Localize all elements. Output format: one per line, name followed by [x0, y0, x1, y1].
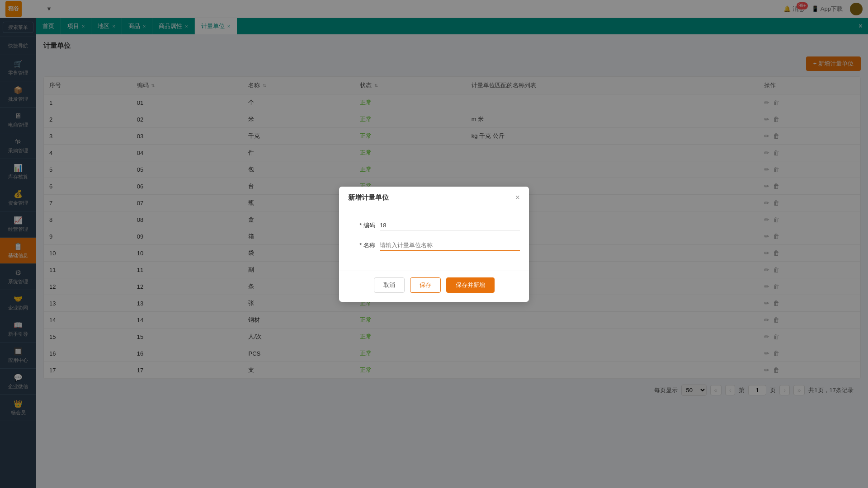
name-field-row: * 名称	[348, 240, 520, 251]
name-input[interactable]	[380, 240, 520, 251]
modal-header: 新增计量单位 ×	[339, 187, 529, 209]
modal-body: * 编码 * 名称	[339, 209, 529, 271]
modal-title: 新增计量单位	[348, 193, 389, 202]
add-unit-modal: 新增计量单位 × * 编码 * 名称 取消 保存 保存并新增	[339, 187, 529, 302]
modal-overlay[interactable]: 新增计量单位 × * 编码 * 名称 取消 保存 保存并新增	[0, 0, 868, 488]
code-label: * 编码	[348, 221, 375, 230]
code-input[interactable]	[380, 220, 520, 231]
save-button[interactable]: 保存	[410, 277, 441, 293]
cancel-button[interactable]: 取消	[374, 277, 405, 293]
code-field-row: * 编码	[348, 220, 520, 231]
name-label: * 名称	[348, 241, 375, 249]
modal-footer: 取消 保存 保存并新增	[339, 271, 529, 302]
modal-close-button[interactable]: ×	[515, 193, 520, 202]
save-and-new-button[interactable]: 保存并新增	[446, 277, 495, 293]
